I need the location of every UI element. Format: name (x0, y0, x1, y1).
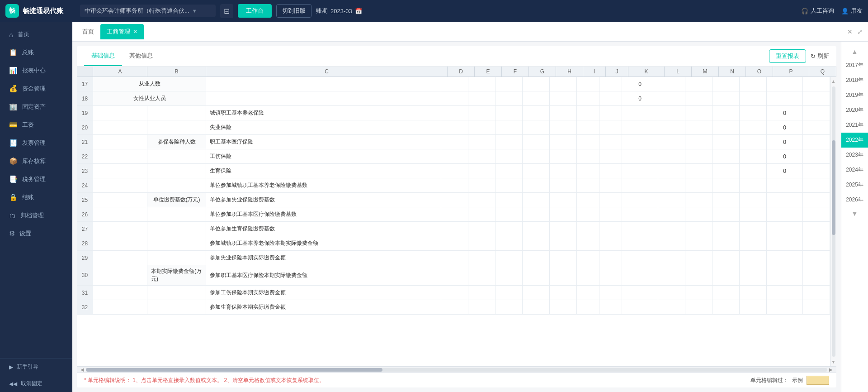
cell-32-h[interactable] (550, 300, 577, 314)
cell-23-h[interactable] (550, 164, 577, 178)
cell-29-j[interactable] (599, 251, 622, 265)
cell-22-e[interactable] (468, 149, 495, 163)
cell-25-d[interactable] (441, 193, 468, 207)
cell-19-m[interactable] (685, 106, 712, 120)
cell-17-e[interactable] (468, 77, 495, 91)
year-item-2025[interactable]: 2025年 (841, 177, 868, 192)
cell-22-a[interactable] (93, 149, 147, 163)
cell-22-n[interactable] (712, 149, 740, 163)
cell-27-o[interactable] (740, 222, 767, 236)
cell-24-p[interactable] (767, 178, 803, 192)
cell-27-n[interactable] (712, 222, 740, 236)
cell-29-g[interactable] (523, 251, 550, 265)
company-selector[interactable]: 中审众环会计师事务所（特殊普通合伙... ▼ (80, 5, 216, 17)
year-item-2024[interactable]: 2024年 (841, 163, 868, 177)
cell-19-c[interactable]: 城镇职工基本养老保险 (206, 106, 441, 120)
cell-30-e[interactable] (468, 265, 495, 285)
year-item-2022[interactable]: 2022年 (841, 133, 868, 148)
cell-18-l[interactable] (658, 91, 685, 105)
cell-22-k[interactable] (622, 149, 658, 163)
cell-19-a[interactable] (93, 106, 147, 120)
cell-26-q[interactable] (803, 207, 830, 221)
cell-30-d[interactable] (441, 265, 468, 285)
cell-18-d[interactable] (441, 91, 468, 105)
cell-27-b[interactable] (147, 222, 206, 236)
cell-26-o[interactable] (740, 207, 767, 221)
cell-28-f[interactable] (495, 236, 523, 250)
cell-18-p[interactable] (767, 91, 803, 105)
cell-31-f[interactable] (495, 286, 523, 300)
year-nav-down[interactable]: ▼ (849, 207, 861, 220)
cell-24-i[interactable] (577, 178, 599, 192)
cell-29-b[interactable] (147, 251, 206, 265)
cell-24-n[interactable] (712, 178, 740, 192)
cell-20-g[interactable] (523, 120, 550, 134)
cell-26-f[interactable] (495, 207, 523, 221)
scroll-right-arrow[interactable]: ▶ (827, 367, 835, 372)
cell-29-n[interactable] (712, 251, 740, 265)
cell-31-c[interactable]: 参加工伤保险本期实际缴费金额 (206, 286, 441, 300)
cell-31-g[interactable] (523, 286, 550, 300)
cell-26-h[interactable] (550, 207, 577, 221)
cell-29-d[interactable] (441, 251, 468, 265)
cell-28-i[interactable] (577, 236, 599, 250)
sidebar-item-finance[interactable]: 💰 资金管理 (0, 80, 72, 98)
cell-26-i[interactable] (577, 207, 599, 221)
cell-24-q[interactable] (803, 178, 830, 192)
user-area[interactable]: 👤 用友 (841, 7, 863, 15)
cell-31-d[interactable] (441, 286, 468, 300)
cell-21-g[interactable] (523, 135, 550, 149)
year-item-2017[interactable]: 2017年 (841, 58, 868, 73)
cell-20-n[interactable] (712, 120, 740, 134)
cell-18-n[interactable] (712, 91, 740, 105)
cell-32-m[interactable] (685, 300, 712, 314)
cell-23-m[interactable] (685, 164, 712, 178)
cell-18-q[interactable] (803, 91, 830, 105)
cell-32-n[interactable] (712, 300, 740, 314)
cell-28-g[interactable] (523, 236, 550, 250)
cell-26-j[interactable] (599, 207, 622, 221)
cell-23-e[interactable] (468, 164, 495, 178)
sidebar-item-report[interactable]: 📊 报表中心 (0, 62, 72, 80)
cell-24-c[interactable]: 单位参加城镇职工基本养老保险缴费基数 (206, 178, 441, 192)
cell-17-m[interactable] (685, 77, 712, 91)
sub-tab-basic[interactable]: 基础信息 (84, 46, 122, 66)
cell-17-d[interactable] (441, 77, 468, 91)
cell-24-e[interactable] (468, 178, 495, 192)
cell-23-k[interactable] (622, 164, 658, 178)
cell-27-m[interactable] (685, 222, 712, 236)
cell-27-l[interactable] (658, 222, 685, 236)
cell-17-p[interactable] (767, 77, 803, 91)
cell-18-i[interactable] (577, 91, 599, 105)
cell-31-p[interactable] (767, 286, 803, 300)
cell-21-d[interactable] (441, 135, 468, 149)
cell-25-n[interactable] (712, 193, 740, 207)
cell-22-b[interactable] (147, 149, 206, 163)
cell-32-i[interactable] (577, 300, 599, 314)
sidebar-item-archive[interactable]: 🗂 归档管理 (0, 206, 72, 225)
cell-29-o[interactable] (740, 251, 767, 265)
cell-28-c[interactable]: 参加城镇职工基本养老保险本期实际缴费金额 (206, 236, 441, 250)
cell-20-i[interactable] (577, 120, 599, 134)
cell-18-k[interactable]: 0 (622, 91, 658, 105)
scroll-left-arrow[interactable]: ◀ (79, 367, 86, 372)
cell-28-l[interactable] (658, 236, 685, 250)
cell-27-p[interactable] (767, 222, 803, 236)
cell-21-q[interactable] (803, 135, 830, 149)
cell-30-j[interactable] (599, 265, 622, 285)
cell-17-k[interactable]: 0 (622, 77, 658, 91)
cell-32-f[interactable] (495, 300, 523, 314)
cell-32-k[interactable] (622, 300, 658, 314)
cell-23-d[interactable] (441, 164, 468, 178)
cell-19-n[interactable] (712, 106, 740, 120)
cell-30-q[interactable] (803, 265, 830, 285)
cell-31-i[interactable] (577, 286, 599, 300)
cell-20-a[interactable] (93, 120, 147, 134)
cell-19-f[interactable] (495, 106, 523, 120)
cell-17-n[interactable] (712, 77, 740, 91)
cell-25-i[interactable] (577, 193, 599, 207)
tab-home[interactable]: 首页 (78, 24, 99, 39)
cell-18-g[interactable] (523, 91, 550, 105)
cell-20-k[interactable] (622, 120, 658, 134)
cell-22-m[interactable] (685, 149, 712, 163)
